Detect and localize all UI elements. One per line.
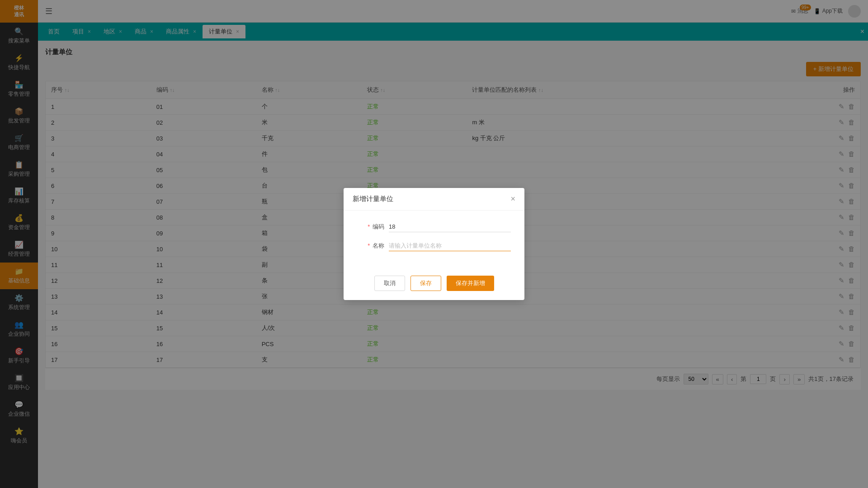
modal-header: 新增计量单位 × bbox=[344, 188, 524, 211]
form-item-code: * 编码 bbox=[357, 221, 511, 232]
save-button[interactable]: 保存 bbox=[410, 276, 441, 291]
modal-footer: 取消 保存 保存并新增 bbox=[344, 270, 524, 300]
name-label: * 名称 bbox=[357, 242, 384, 250]
code-input[interactable] bbox=[389, 221, 511, 232]
modal-close-btn[interactable]: × bbox=[510, 194, 515, 204]
code-label: * 编码 bbox=[357, 223, 384, 231]
modal-title: 新增计量单位 bbox=[353, 195, 393, 203]
cancel-button[interactable]: 取消 bbox=[374, 276, 405, 291]
required-mark-name: * bbox=[368, 242, 370, 249]
save-and-add-button[interactable]: 保存并新增 bbox=[447, 276, 494, 291]
modal-overlay[interactable]: 新增计量单位 × * 编码 * 名称 取消 保存 保存并新增 bbox=[0, 0, 868, 488]
modal-body: * 编码 * 名称 bbox=[344, 211, 524, 270]
form-item-name: * 名称 bbox=[357, 240, 511, 251]
required-mark-code: * bbox=[368, 223, 370, 230]
add-unit-modal: 新增计量单位 × * 编码 * 名称 取消 保存 保存并新增 bbox=[344, 188, 524, 300]
name-input[interactable] bbox=[389, 240, 511, 251]
